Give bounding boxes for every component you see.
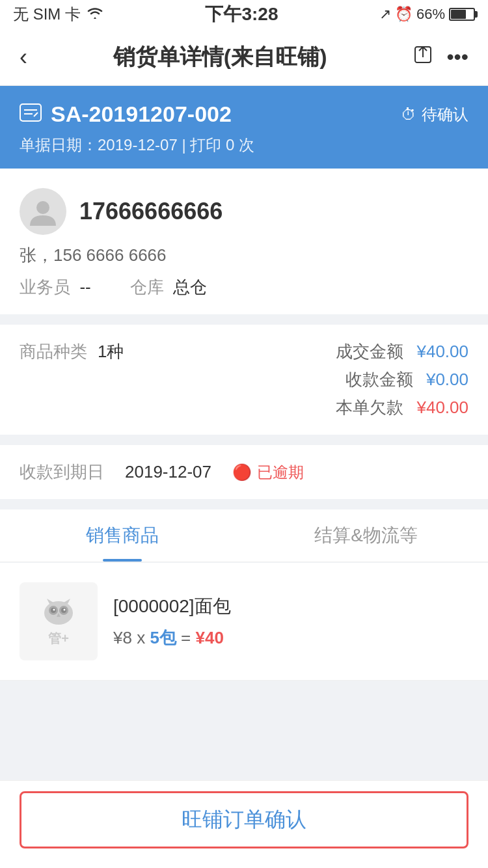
battery-icon bbox=[449, 8, 475, 21]
owed-amount-row: 本单欠款 ¥40.00 bbox=[336, 396, 468, 419]
warehouse-label: 仓库 总仓 bbox=[130, 276, 207, 299]
wifi-icon bbox=[86, 5, 104, 23]
order-id: SA-20191207-002 bbox=[20, 102, 232, 127]
customer-meta: 业务员 -- 仓库 总仓 bbox=[20, 276, 468, 299]
order-icon bbox=[20, 102, 42, 127]
deal-amount-row: 成交金额 ¥40.00 bbox=[336, 340, 468, 363]
svg-point-11 bbox=[64, 608, 66, 610]
nav-actions: ••• bbox=[413, 44, 468, 70]
page-title: 销货单详情(来自旺铺) bbox=[113, 42, 327, 72]
product-total: ¥40 bbox=[195, 628, 223, 647]
status-bar: 无 SIM 卡 下午3:28 ↗ ⏰ 66% bbox=[0, 0, 488, 29]
order-date: 单据日期：2019-12-07 | 打印 0 次 bbox=[20, 135, 468, 156]
status-label: 待确认 bbox=[422, 104, 468, 125]
order-header: SA-20191207-002 ⏱ 待确认 单据日期：2019-12-07 | … bbox=[0, 86, 488, 169]
customer-detail: 张，156 6666 6666 bbox=[20, 244, 468, 267]
order-number: SA-20191207-002 bbox=[51, 102, 232, 127]
product-type-row: 商品种类 1种 bbox=[20, 340, 124, 363]
product-info: [0000002]面包 ¥8 x 5包 = ¥40 bbox=[113, 594, 468, 649]
order-status: ⏱ 待确认 bbox=[401, 104, 468, 125]
receive-amount-value: ¥0.00 bbox=[426, 370, 468, 390]
bottom-bar: 旺铺订单确认 bbox=[0, 780, 488, 868]
alarm-icon: ⏰ bbox=[395, 6, 413, 23]
owed-amount-label: 本单欠款 bbox=[336, 396, 403, 419]
deal-amount-label: 成交金额 bbox=[336, 340, 403, 363]
product-name: [0000002]面包 bbox=[113, 594, 468, 619]
back-button[interactable]: ‹ bbox=[20, 44, 27, 71]
status-clock-icon: ⏱ bbox=[401, 105, 416, 124]
svg-rect-1 bbox=[20, 104, 41, 121]
product-type-label: 商品种类 bbox=[20, 340, 87, 363]
due-date-value: 2019-12-07 bbox=[125, 462, 211, 482]
carrier-text: 无 SIM 卡 bbox=[13, 4, 81, 25]
status-right: ↗ ⏰ 66% bbox=[379, 6, 475, 23]
product-type-value: 1种 bbox=[98, 340, 124, 363]
more-button[interactable]: ••• bbox=[446, 45, 468, 69]
owed-amount-value: ¥40.00 bbox=[416, 398, 468, 418]
due-date-label: 收款到期日 bbox=[20, 461, 104, 483]
tabs: 销售商品 结算&物流等 bbox=[0, 509, 488, 562]
customer-card: 17666666666 张，156 6666 6666 业务员 -- 仓库 总仓 bbox=[0, 169, 488, 314]
battery-percent: 66% bbox=[416, 6, 445, 23]
product-price: ¥8 x 5包 = ¥40 bbox=[113, 627, 468, 649]
overdue-badge: 🔴 已逾期 bbox=[232, 462, 304, 483]
summary-left: 商品种类 1种 bbox=[20, 340, 124, 363]
status-left: 无 SIM 卡 bbox=[13, 4, 104, 25]
summary-right: 成交金额 ¥40.00 收款金额 ¥0.00 本单欠款 ¥40.00 bbox=[336, 340, 468, 419]
deal-amount-value: ¥40.00 bbox=[416, 342, 468, 362]
due-date-card: 收款到期日 2019-12-07 🔴 已逾期 bbox=[0, 445, 488, 499]
time-display: 下午3:28 bbox=[205, 2, 278, 27]
tab-sales[interactable]: 销售商品 bbox=[0, 509, 244, 562]
svg-point-10 bbox=[53, 608, 55, 610]
brand-label: 管+ bbox=[48, 630, 69, 647]
customer-row: 17666666666 bbox=[20, 188, 468, 235]
salesperson-label: 业务员 -- bbox=[20, 276, 91, 299]
location-icon: ↗ bbox=[379, 6, 391, 23]
nav-bar: ‹ 销货单详情(来自旺铺) ••• bbox=[0, 29, 488, 86]
overdue-text: 已逾期 bbox=[257, 462, 304, 483]
product-list: 管+ [0000002]面包 ¥8 x 5包 = ¥40 bbox=[0, 563, 488, 681]
receive-amount-row: 收款金额 ¥0.00 bbox=[346, 368, 468, 391]
table-row: 管+ [0000002]面包 ¥8 x 5包 = ¥40 bbox=[0, 563, 488, 681]
product-thumbnail: 管+ bbox=[20, 582, 98, 660]
tab-settlement[interactable]: 结算&物流等 bbox=[244, 509, 488, 562]
avatar bbox=[20, 188, 66, 235]
receive-amount-label: 收款金额 bbox=[346, 368, 413, 391]
product-quantity: 5包 bbox=[150, 628, 176, 647]
confirm-order-button[interactable]: 旺铺订单确认 bbox=[20, 791, 468, 848]
share-button[interactable] bbox=[413, 44, 433, 70]
order-id-row: SA-20191207-002 ⏱ 待确认 bbox=[20, 102, 468, 127]
overdue-icon: 🔴 bbox=[232, 463, 252, 481]
summary-card: 商品种类 1种 成交金额 ¥40.00 收款金额 ¥0.00 本单欠款 ¥40.… bbox=[0, 325, 488, 435]
svg-point-4 bbox=[36, 201, 49, 214]
customer-phone: 17666666666 bbox=[79, 198, 223, 225]
